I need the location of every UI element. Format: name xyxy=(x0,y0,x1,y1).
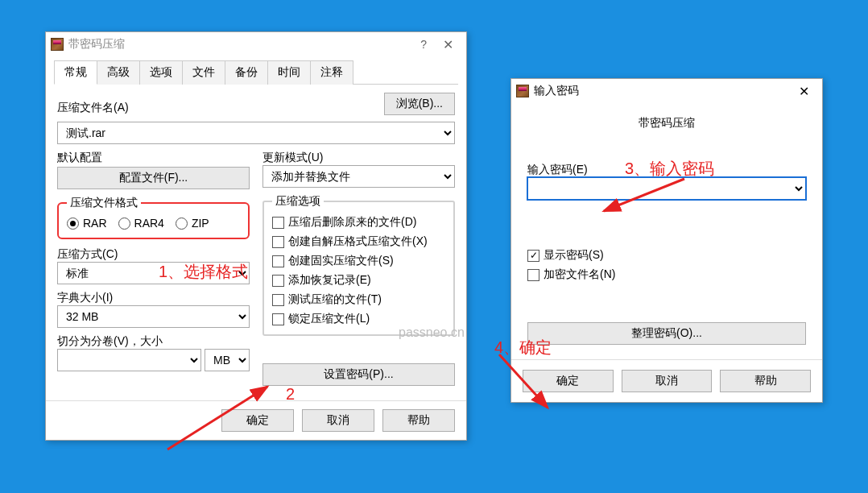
cancel-button[interactable]: 取消 xyxy=(622,370,713,392)
split-unit-select[interactable]: MB xyxy=(205,349,250,371)
opt-sfx-checkbox[interactable]: 创建自解压格式压缩文件(X) xyxy=(272,234,445,249)
opt-lock-checkbox[interactable]: 锁定压缩文件(L) xyxy=(272,312,445,326)
cancel-button[interactable]: 取消 xyxy=(302,409,374,432)
archive-name-label: 压缩文件名(A) xyxy=(57,101,378,115)
annotation-4: 4、确定 xyxy=(494,337,552,358)
subtitle: 带密码压缩 xyxy=(527,116,806,130)
help-button[interactable]: 帮助 xyxy=(720,370,811,392)
dict-size-select[interactable]: 32 MB xyxy=(57,305,250,328)
ok-button[interactable]: 确定 xyxy=(221,409,294,432)
format-zip-radio[interactable]: ZIP xyxy=(176,217,209,230)
dialog-title: 输入密码 xyxy=(534,84,579,98)
annotation-2: 2 xyxy=(286,385,295,404)
organize-passwords-button[interactable]: 整理密码(O)... xyxy=(527,322,806,345)
compression-method-label: 压缩方式(C) xyxy=(57,247,250,262)
split-label: 切分为分卷(V)，大小 xyxy=(57,334,250,349)
tab-general[interactable]: 常规 xyxy=(54,60,97,85)
browse-button[interactable]: 浏览(B)... xyxy=(384,93,455,115)
set-password-button[interactable]: 设置密码(P)... xyxy=(262,363,455,386)
tab-comment[interactable]: 注释 xyxy=(310,60,353,85)
compress-options-group: 压缩选项 压缩后删除原来的文件(D) 创建自解压格式压缩文件(X) 创建固实压缩… xyxy=(262,194,455,336)
annotation-1: 1、选择格式 xyxy=(159,261,248,283)
dialog-title: 带密码压缩 xyxy=(68,37,125,52)
help-icon[interactable]: ? xyxy=(412,38,435,51)
update-mode-select[interactable]: 添加并替换文件 xyxy=(262,165,455,188)
profile-button[interactable]: 配置文件(F)... xyxy=(57,167,250,189)
tab-options[interactable]: 选项 xyxy=(139,60,183,85)
update-mode-label: 更新模式(U) xyxy=(262,151,455,165)
close-icon[interactable]: ✕ xyxy=(435,37,461,52)
opt-delete-checkbox[interactable]: 压缩后删除原来的文件(D) xyxy=(272,215,445,230)
options-legend: 压缩选项 xyxy=(272,194,324,209)
dialog-footer: 确定 取消 帮助 xyxy=(46,400,466,440)
titlebar: 输入密码 ✕ xyxy=(511,79,822,103)
format-rar4-radio[interactable]: RAR4 xyxy=(118,217,164,230)
compress-dialog: 带密码压缩 ? ✕ 常规 高级 选项 文件 备份 时间 注释 压缩文件名(A) … xyxy=(45,31,467,441)
opt-recovery-checkbox[interactable]: 添加恢复记录(E) xyxy=(272,273,445,288)
password-input[interactable] xyxy=(527,177,806,200)
format-rar-radio[interactable]: RAR xyxy=(67,217,107,230)
dialog-footer: 确定 取消 帮助 xyxy=(511,359,822,402)
split-size-input[interactable] xyxy=(57,349,201,371)
archive-name-input[interactable]: 测试.rar xyxy=(57,122,455,144)
help-button[interactable]: 帮助 xyxy=(382,409,455,432)
tab-files[interactable]: 文件 xyxy=(182,60,225,85)
ok-button[interactable]: 确定 xyxy=(523,370,614,392)
encrypt-names-checkbox[interactable]: 加密文件名(N) xyxy=(527,267,806,282)
dict-size-label: 字典大小(I) xyxy=(57,291,250,305)
opt-solid-checkbox[interactable]: 创建固实压缩文件(S) xyxy=(272,254,445,268)
close-icon[interactable]: ✕ xyxy=(791,84,817,99)
winrar-icon xyxy=(51,38,64,51)
tabs: 常规 高级 选项 文件 备份 时间 注释 xyxy=(54,60,458,85)
tab-advanced[interactable]: 高级 xyxy=(97,60,140,85)
format-legend: 压缩文件格式 xyxy=(67,196,141,210)
default-profile-label: 默认配置 xyxy=(57,151,250,165)
annotation-3: 3、输入密码 xyxy=(625,158,714,180)
winrar-icon xyxy=(516,85,529,97)
password-dialog: 输入密码 ✕ 带密码压缩 输入密码(E) 显示密码(S) 加密文件名(N) 整理… xyxy=(510,78,823,403)
watermark: passneo.cn xyxy=(399,325,465,340)
titlebar: 带密码压缩 ? ✕ xyxy=(46,32,466,56)
tab-backup[interactable]: 备份 xyxy=(225,60,268,85)
tab-time[interactable]: 时间 xyxy=(267,60,311,85)
opt-test-checkbox[interactable]: 测试压缩的文件(T) xyxy=(272,292,445,307)
archive-format-group: 压缩文件格式 RAR RAR4 ZIP xyxy=(57,196,250,239)
show-password-checkbox[interactable]: 显示密码(S) xyxy=(527,248,806,263)
